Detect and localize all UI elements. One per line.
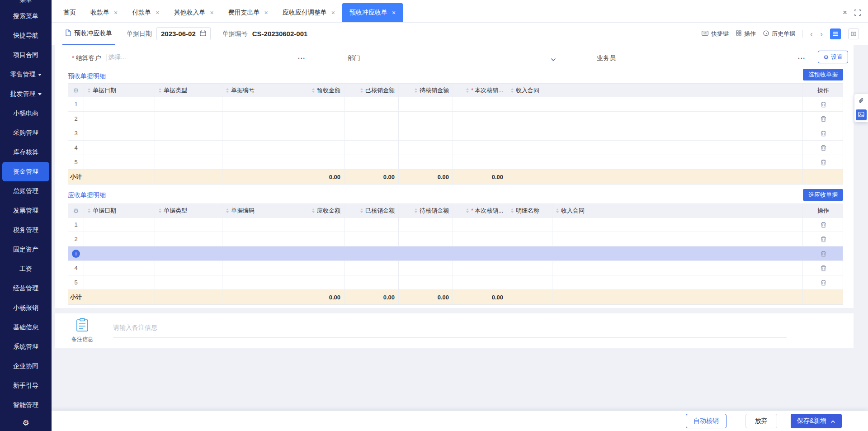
column-header[interactable]: *本次核销... bbox=[453, 204, 507, 217]
table-cell[interactable] bbox=[552, 261, 803, 275]
table-cell[interactable] bbox=[290, 275, 344, 289]
column-header[interactable]: 单据日期 bbox=[84, 84, 155, 97]
sidebar-item[interactable]: 快捷导航 bbox=[0, 26, 52, 45]
tab-close-icon[interactable]: × bbox=[264, 9, 268, 16]
column-header[interactable]: 待核销金额 bbox=[399, 84, 453, 97]
delete-row-icon[interactable] bbox=[821, 101, 826, 108]
table-cell[interactable] bbox=[344, 112, 399, 126]
table-cell[interactable] bbox=[399, 126, 453, 140]
table-cell[interactable] bbox=[84, 275, 155, 289]
table-cell[interactable] bbox=[507, 97, 803, 111]
table-cell[interactable] bbox=[453, 232, 507, 246]
delete-row-icon[interactable] bbox=[821, 159, 826, 166]
table-cell[interactable] bbox=[84, 97, 155, 111]
table-cell[interactable] bbox=[155, 232, 222, 246]
sidebar-item[interactable]: 新手引导 bbox=[0, 376, 52, 395]
delete-row-icon[interactable] bbox=[821, 222, 826, 228]
sidebar-item[interactable]: 经营管理 bbox=[0, 279, 52, 298]
table-cell[interactable] bbox=[552, 246, 803, 260]
table-cell[interactable] bbox=[155, 275, 222, 289]
delete-row-icon[interactable] bbox=[821, 116, 826, 122]
table-cell[interactable] bbox=[155, 97, 222, 111]
select-receivable-button[interactable]: 选应收单据 bbox=[803, 189, 843, 201]
history-documents-button[interactable]: 历史单据 bbox=[763, 30, 795, 38]
table-cell[interactable] bbox=[344, 261, 399, 275]
delete-row-icon[interactable] bbox=[821, 265, 826, 271]
table-cell[interactable] bbox=[84, 155, 155, 169]
sidebar-item[interactable]: 零售管理 bbox=[0, 65, 52, 84]
document-subtab[interactable]: 预收冲应收单 bbox=[62, 23, 115, 45]
sidebar-settings-button[interactable]: ⚙ bbox=[0, 415, 52, 431]
table-cell[interactable] bbox=[290, 141, 344, 155]
table-cell[interactable] bbox=[222, 155, 290, 169]
table-cell[interactable] bbox=[399, 275, 453, 289]
date-input[interactable]: 2023-06-02 bbox=[156, 27, 211, 40]
table-cell[interactable] bbox=[155, 155, 222, 169]
table-cell[interactable] bbox=[453, 97, 507, 111]
table-cell[interactable] bbox=[222, 246, 290, 260]
table-cell[interactable] bbox=[453, 155, 507, 169]
column-header[interactable]: 预收金额 bbox=[290, 84, 344, 97]
column-header[interactable]: 应收金额 bbox=[290, 204, 344, 217]
sidebar-item[interactable]: 企业协同 bbox=[0, 356, 52, 376]
column-header[interactable]: 单据编号 bbox=[222, 84, 290, 97]
tab[interactable]: 费用支出单× bbox=[221, 3, 275, 22]
table-cell[interactable] bbox=[84, 246, 155, 260]
table-cell[interactable] bbox=[84, 141, 155, 155]
table-row[interactable]: + bbox=[68, 246, 843, 261]
chevron-left-icon[interactable]: ‹ bbox=[810, 30, 813, 38]
salesman-picker-icon[interactable]: ··· bbox=[798, 55, 806, 62]
tab[interactable]: 付款单× bbox=[125, 3, 166, 22]
table-cell[interactable] bbox=[507, 155, 803, 169]
remark-input[interactable]: 请输入备注信息 bbox=[113, 324, 787, 338]
table-row[interactable]: 5 bbox=[68, 155, 843, 170]
table-cell[interactable] bbox=[155, 246, 222, 260]
table-cell[interactable] bbox=[84, 126, 155, 140]
operations-button[interactable]: 操作 bbox=[736, 30, 756, 38]
table-cell[interactable] bbox=[507, 112, 803, 126]
column-header[interactable]: 已核销金额 bbox=[344, 204, 399, 217]
table-row[interactable]: 5 bbox=[68, 275, 843, 290]
sidebar-item[interactable]: 发票管理 bbox=[0, 201, 52, 220]
tab[interactable]: 收款单× bbox=[83, 3, 125, 22]
column-header[interactable]: 明细名称 bbox=[507, 204, 552, 217]
table-cell[interactable] bbox=[222, 97, 290, 111]
sidebar-item[interactable]: 系统管理 bbox=[0, 337, 52, 356]
table-cell[interactable] bbox=[453, 126, 507, 140]
shortcut-keys-button[interactable]: 快捷键 bbox=[702, 30, 729, 38]
table-cell[interactable] bbox=[222, 261, 290, 275]
table-cell[interactable] bbox=[399, 261, 453, 275]
table-row[interactable]: 2 bbox=[68, 112, 843, 126]
delete-row-icon[interactable] bbox=[821, 251, 826, 257]
tab-close-icon[interactable]: × bbox=[156, 9, 159, 16]
sidebar-item[interactable]: 搜索菜单 bbox=[0, 6, 52, 26]
table-cell[interactable] bbox=[290, 218, 344, 232]
auto-writeoff-button[interactable]: 自动核销 bbox=[686, 414, 726, 428]
table-cell[interactable] bbox=[290, 261, 344, 275]
table-cell[interactable] bbox=[344, 246, 399, 260]
sidebar-item[interactable]: 总账管理 bbox=[0, 181, 52, 201]
table-cell[interactable] bbox=[552, 218, 803, 232]
sidebar-item[interactable]: 采购管理 bbox=[0, 123, 52, 142]
table-row[interactable]: 1 bbox=[68, 218, 843, 232]
sidebar-item[interactable]: 智能管理 bbox=[0, 395, 52, 415]
table-cell[interactable] bbox=[155, 261, 222, 275]
table-row[interactable]: 1 bbox=[68, 97, 843, 112]
add-row-button[interactable]: + bbox=[72, 250, 80, 258]
table-cell[interactable] bbox=[155, 126, 222, 140]
list-view-toggle[interactable] bbox=[830, 28, 841, 39]
table-row[interactable]: 2 bbox=[68, 232, 843, 246]
column-header[interactable]: 收入合同 bbox=[507, 84, 803, 97]
save-and-new-button[interactable]: 保存&新增 bbox=[791, 414, 842, 428]
chevron-down-icon[interactable] bbox=[551, 58, 556, 62]
table-cell[interactable] bbox=[344, 97, 399, 111]
table-cell[interactable] bbox=[84, 232, 155, 246]
sidebar-item-partial[interactable]: 菜单 bbox=[0, 0, 52, 6]
calendar-icon[interactable] bbox=[200, 30, 206, 38]
table-cell[interactable] bbox=[507, 218, 552, 232]
sidebar-item[interactable]: 固定资产 bbox=[0, 240, 52, 259]
table-cell[interactable] bbox=[222, 126, 290, 140]
customer-picker-icon[interactable]: ··· bbox=[298, 55, 306, 62]
table-cell[interactable] bbox=[84, 261, 155, 275]
table-cell[interactable] bbox=[344, 218, 399, 232]
